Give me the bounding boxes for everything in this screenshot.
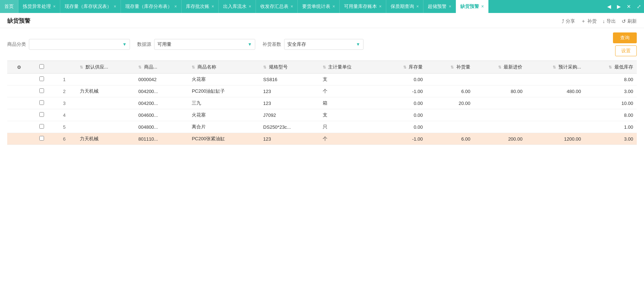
tab-available-ledger[interactable]: 可用量库存账本 × [340,0,386,13]
row-check-cell[interactable] [31,121,52,133]
tab-abnormal[interactable]: 拣货异常处理 × [18,0,60,13]
row-supplement-cell [426,121,474,133]
row-settings-cell [7,97,31,109]
header-actions: ⤴ 分享 ＋ 补货 ↓ 导出 ↺ 刷新 [562,18,637,25]
row-spec-cell: SS816 [260,74,319,85]
category-select[interactable]: ▼ [29,39,130,50]
th-supplement[interactable]: ⇅ 补货量 [426,61,474,74]
row-checkbox[interactable] [39,88,44,93]
data-table-container: ⚙ ⇅ 默认供应... ⇅ 商品... ⇅ [0,61,644,145]
tab-close-batch[interactable]: × [212,4,214,9]
th-latest-price[interactable]: ⇅ 最新进价 [474,61,526,74]
unit-sort-icon: ⇅ [323,65,326,69]
row-check-cell[interactable] [31,74,52,85]
th-supplier[interactable]: ⇅ 默认供应... [76,61,135,74]
row-settings-cell [7,109,31,121]
tab-batch[interactable]: 库存批次账 × [182,0,219,13]
filter-actions: 查询 设置 [613,32,637,56]
table-row: 4 004600... 火花塞 J7092 支 0.00 8.00 [7,109,637,121]
refresh-button[interactable]: ↺ 刷新 [622,18,637,25]
tab-next-btn[interactable]: ▶ [614,0,624,13]
tab-demand-stats[interactable]: 要货单统计表 × [298,0,340,13]
select-all-checkbox[interactable] [39,64,44,69]
th-stock[interactable]: ⇅ 库存量 [379,61,427,74]
share-button[interactable]: ⤴ 分享 [562,18,575,25]
tab-receipt-summary[interactable]: 收发存汇总表 × [256,0,298,13]
tab-close-expiry-query[interactable]: × [416,4,419,9]
tab-shortage[interactable]: 缺货预警 × [456,0,488,13]
th-check[interactable] [31,61,52,74]
tab-fullscreen-btn[interactable]: ⤢ [634,0,644,13]
row-check-cell[interactable] [31,85,52,97]
row-supplement-cell [426,74,474,85]
row-check-cell[interactable] [31,133,52,145]
row-code-cell: 004600... [135,109,188,121]
th-min-stock[interactable]: ⇅ 最低库存 [585,61,637,74]
supplement-base-select[interactable]: 安全库存 ▼ [284,39,364,50]
datasource-value: 可用量 [157,41,171,48]
th-settings[interactable]: ⚙ [7,61,31,74]
row-spec-cell: 123 [260,133,319,145]
tab-stock-dist[interactable]: 现存量（库存分布表） × [121,0,182,13]
row-num-cell: 4 [52,109,76,121]
supplement-button[interactable]: ＋ 补货 [581,18,597,25]
tab-close-abnormal[interactable]: × [53,4,56,9]
tab-navigation: ◀ ▶ ✕ ⤢ [604,0,644,13]
data-table: ⚙ ⇅ 默认供应... ⇅ 商品... ⇅ [7,61,637,145]
row-stock-cell: 0.00 [379,121,427,133]
datasource-select[interactable]: 可用量 ▼ [154,39,255,50]
settings-button[interactable]: 设置 [615,45,637,56]
tab-close-stock-status[interactable]: × [114,4,116,9]
tab-stock-status[interactable]: 现存量（库存状况表） × [60,0,121,13]
row-supplement-cell: 20.00 [426,97,474,109]
row-spec-cell: 123 [260,97,319,109]
row-name-cell: PC200油缸缸子 [188,85,260,97]
settings-gear-icon: ⚙ [17,65,21,70]
tab-close-shortage[interactable]: × [481,4,484,9]
row-supplement-cell: 6.00 [426,133,474,145]
row-check-cell[interactable] [31,109,52,121]
tab-inout-flow[interactable]: 出入库流水 × [219,0,256,13]
th-unit[interactable]: ⇅ 主计量单位 [319,61,379,74]
row-checkbox[interactable] [39,136,44,141]
th-forecast-purchase[interactable]: ⇅ 预计采购... [526,61,584,74]
query-button[interactable]: 查询 [613,32,637,43]
tab-prev-btn[interactable]: ◀ [604,0,614,13]
export-button[interactable]: ↓ 导出 [602,18,616,25]
row-unit-cell: 支 [319,109,379,121]
row-checkbox[interactable] [39,76,44,81]
row-min-stock-cell: 8.00 [585,74,637,85]
table-row: 2 力天机械 004200... PC200油缸缸子 123 个 -1.00 6… [7,85,637,97]
name-sort-icon: ⇅ [192,65,195,69]
tab-close-demand-stats[interactable]: × [332,4,335,9]
th-spec[interactable]: ⇅ 规格型号 [260,61,319,74]
export-icon: ↓ [602,18,605,24]
supplier-sort-icon: ⇅ [80,65,83,69]
th-code[interactable]: ⇅ 商品... [135,61,188,74]
tab-close-overstock[interactable]: × [449,4,451,9]
row-supplier-cell [76,109,135,121]
tab-close-inout-flow[interactable]: × [249,4,251,9]
row-latest-price-cell: 80.00 [474,85,526,97]
tab-close-btn[interactable]: ✕ [624,0,634,13]
th-name[interactable]: ⇅ 商品名称 [188,61,260,74]
row-num-cell: 2 [52,85,76,97]
row-checkbox[interactable] [39,100,44,105]
tab-close-stock-dist[interactable]: × [174,4,177,9]
tab-close-receipt-summary[interactable]: × [291,4,293,9]
row-stock-cell: 0.00 [379,74,427,85]
row-settings-cell [7,121,31,133]
row-supplier-cell: 力天机械 [76,85,135,97]
row-spec-cell: DS250*23c... [260,121,319,133]
tab-close-available-ledger[interactable]: × [379,4,382,9]
tab-home[interactable]: 首页 [0,0,18,13]
supplement-icon: ＋ [581,18,586,25]
row-checkbox[interactable] [39,112,44,117]
row-checkbox[interactable] [39,124,44,129]
tab-expiry-query[interactable]: 保质期查询 × [386,0,423,13]
row-check-cell[interactable] [31,97,52,109]
stock-sort-icon: ⇅ [403,65,406,69]
row-forecast-cell [526,97,584,109]
supplement-base-value: 安全库存 [287,41,306,48]
tab-overstock[interactable]: 超储预警 × [423,0,456,13]
